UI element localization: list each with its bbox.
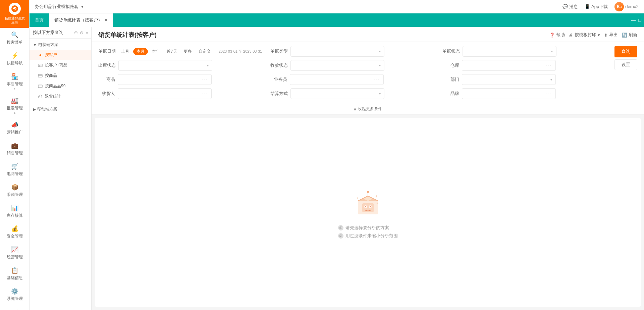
tab-sales-stats-label: 销货单统计表（按客户）	[54, 17, 102, 23]
export-btn[interactable]: ⬆ 导出	[604, 32, 618, 38]
department-label: 部门	[442, 76, 459, 83]
retail-icon: 🏪	[11, 73, 18, 80]
filter-cell-brand: 品牌 ···	[442, 88, 610, 99]
sidebar-item-system[interactable]: ⚙️ 系统管理	[0, 284, 29, 305]
receipt-status-select[interactable]: ▾	[290, 60, 384, 71]
out-status-select[interactable]: ▾	[118, 60, 212, 71]
customer-icon: ●	[38, 52, 43, 58]
maximize-icon[interactable]: □	[639, 17, 641, 23]
bill-type-select[interactable]: ▾	[290, 46, 384, 57]
brand-select[interactable]: ···	[462, 88, 556, 99]
refresh-label: 刷新	[629, 32, 637, 38]
basic-icon: 📋	[11, 267, 18, 274]
return-icon	[38, 94, 43, 99]
logo-area[interactable]: 畅捷通好生意 标版	[0, 0, 30, 28]
date-tab-last-month[interactable]: 上月	[118, 48, 132, 55]
collapse-panel-icon[interactable]: «	[86, 30, 88, 35]
refresh-icon: 🔄	[622, 33, 627, 38]
scheme-item-by-goods[interactable]: 按商品	[30, 70, 91, 81]
scheme-item-by-customer-goods[interactable]: 按客户+商品	[30, 60, 91, 70]
sidebar-item-label: 销售管理	[7, 150, 23, 156]
settlement-select[interactable]: ▾	[290, 88, 384, 99]
date-tabs: 上月 本月 本年 近7天 更多 自定义	[118, 48, 213, 55]
scheme-group-mobile-title[interactable]: ▶ 移动端方案	[30, 104, 91, 114]
warehouse-select[interactable]: ···	[462, 60, 556, 71]
filter-area: 单据日期 上月 本月 本年 近7天 更多 自定义	[92, 42, 644, 103]
sidebar-item-search[interactable]: 🔍 搜索菜单	[0, 28, 29, 49]
query-button[interactable]: 查询	[614, 46, 637, 57]
dropdown-arrow[interactable]: ▾	[81, 4, 84, 9]
messages-btn[interactable]: 💬 消息	[562, 4, 578, 10]
filter-cell-department: 部门 ▾	[442, 74, 610, 85]
marketing-icon: 📣	[11, 121, 18, 128]
scheme-group-pc-title[interactable]: ▼ 电脑端方案	[30, 40, 91, 50]
empty-hint-1: ① 请先选择要分析的方案	[338, 225, 398, 231]
svg-text:✦: ✦	[356, 196, 359, 200]
refresh-btn[interactable]: 🔄 刷新	[622, 32, 637, 38]
sidebar-item-retail[interactable]: 🏪 零售管理 ▼	[0, 69, 29, 94]
sidebar-item-shortcut[interactable]: ⚡ 快捷导航	[0, 49, 29, 69]
date-tab-this-month[interactable]: 本月	[133, 48, 148, 55]
export-icon: ⬆	[604, 33, 608, 38]
out-status-label: 出库状态	[98, 62, 116, 68]
sidebar-item-basic[interactable]: 📋 基础信息	[0, 263, 29, 284]
date-range: 2023-03-01 至 2023-03-31	[219, 49, 262, 54]
goods-select[interactable]: ···	[118, 74, 212, 85]
bill-type-arrow: ▾	[379, 50, 381, 53]
filter-cell-out-status: 出库状态 ▾	[98, 60, 266, 71]
settings-button[interactable]: 设置	[614, 59, 637, 70]
sidebar-item-finance[interactable]: 💰 资金管理	[0, 222, 29, 243]
warehouse-label: 仓库	[442, 62, 459, 68]
sidebar-item-enterprise[interactable]: 🤝 企业协同	[0, 305, 29, 310]
inventory-icon: 📊	[11, 204, 18, 212]
sidebar-item-label: 电商管理	[7, 171, 23, 177]
date-tab-last7[interactable]: 近7天	[164, 48, 180, 55]
salesperson-select[interactable]: ···	[290, 74, 384, 85]
sidebar-item-label: 经营管理	[7, 254, 23, 260]
minimize-icon[interactable]: —	[631, 17, 636, 23]
tab-close-icon[interactable]: ✕	[104, 18, 108, 22]
system-icon: ⚙️	[11, 288, 18, 295]
collapse-label: 收起更多条件	[358, 106, 382, 112]
sidebar-item-inventory[interactable]: 📊 库存核算	[0, 201, 29, 222]
template-print-label: 按模板打印	[575, 32, 596, 38]
tab-sales-stats[interactable]: 销货单统计表（按客户） ✕	[49, 13, 113, 27]
settings-scheme-icon[interactable]: ⊙	[80, 30, 84, 35]
hint-num-2: ②	[338, 233, 343, 239]
left-panel-icons: ⊕ ⊙ «	[74, 30, 88, 35]
add-scheme-icon[interactable]: ⊕	[74, 30, 78, 35]
sidebar-item-sales[interactable]: 💼 销售管理	[0, 139, 29, 159]
scheme-item-by-goods-99[interactable]: 按商品品99	[30, 81, 91, 91]
empty-state: ✦ ✦ ✦ ① 请先选择要分析的方案 ②	[338, 186, 398, 239]
sidebar-item-wholesale[interactable]: 🏭 批发管理 ▲	[0, 94, 29, 118]
sidebar-item-operations[interactable]: 📈 经营管理	[0, 243, 29, 263]
scheme-item-label: 按客户+商品	[45, 62, 67, 68]
collapse-btn[interactable]: ∧ 收起更多条件	[354, 106, 382, 112]
filter-cell-warehouse: 仓库 ···	[442, 60, 610, 71]
sidebar-item-marketing[interactable]: 📣 营销推广	[0, 118, 29, 139]
bill-status-select[interactable]: ▾	[463, 46, 556, 57]
date-tab-more[interactable]: 更多	[181, 48, 195, 55]
sidebar-item-ecommerce[interactable]: 🛒 电商管理	[0, 159, 29, 180]
industry-label: 办公用品行业模拟账套	[35, 4, 78, 10]
department-select[interactable]: ▾	[462, 74, 556, 85]
scheme-item-by-customer[interactable]: ● 按客户	[30, 50, 91, 60]
tab-home[interactable]: 首页	[30, 13, 49, 27]
scheme-item-label: 按商品品99	[45, 83, 65, 89]
sidebar-item-purchase[interactable]: 📦 采购管理	[0, 180, 29, 201]
scheme-item-label: 按客户	[45, 52, 57, 58]
date-tab-this-year[interactable]: 本年	[149, 48, 163, 55]
filter-cell-date: 单据日期 上月 本月 本年 近7天 更多 自定义	[98, 48, 266, 55]
template-print-btn[interactable]: 🖨 按模板打印 ▾	[569, 32, 600, 38]
scheme-item-return-stats[interactable]: 退货统计	[30, 91, 91, 102]
date-tab-custom[interactable]: 自定义	[196, 48, 213, 55]
user-menu[interactable]: Ea demo2	[614, 2, 639, 11]
help-btn[interactable]: ❓ 帮助	[549, 32, 565, 38]
empty-hint-2: ② 用过滤条件来缩小分析范围	[338, 233, 398, 239]
left-panel: 按以下方案查询 ⊕ ⊙ « ▼ 电脑端方案 ● 按客户	[30, 27, 92, 310]
receiver-select[interactable]: ···	[118, 88, 212, 99]
app-download-btn[interactable]: 📱 App下载	[585, 4, 608, 10]
finance-icon: 💰	[11, 225, 18, 232]
bill-status-arrow: ▾	[551, 50, 553, 53]
svg-point-13	[365, 206, 366, 207]
